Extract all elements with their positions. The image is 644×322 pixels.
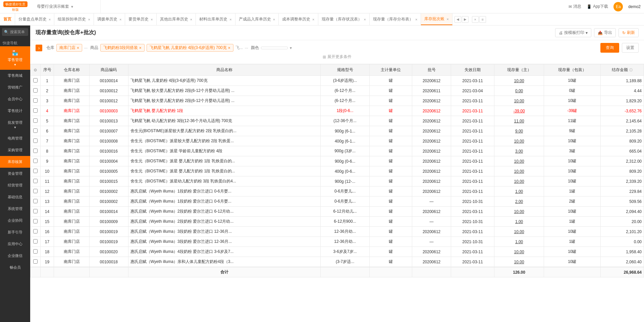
row-checkbox[interactable] <box>33 179 38 183</box>
close-icon[interactable]: × <box>88 17 90 21</box>
close-icon[interactable]: × <box>119 17 121 21</box>
cell-checkbox[interactable] <box>31 197 41 207</box>
nav-menu-btn[interactable]: ≡ <box>479 16 486 23</box>
tab-split-count[interactable]: 分量盘点单历史 × <box>15 13 54 25</box>
export-btn[interactable]: 📤 导出 <box>594 28 616 37</box>
cell-stock-main[interactable]: 10.00 <box>494 136 544 146</box>
tab-inventory-dist[interactable]: 现存量（库存分布表） × <box>370 13 421 25</box>
cell-checkbox[interactable] <box>31 176 41 186</box>
cell-checkbox[interactable] <box>31 136 41 146</box>
tab-home[interactable]: 首页 <box>0 13 15 25</box>
enterprise-select[interactable]: 母婴行业演示账套 ▾ <box>34 0 101 13</box>
sidebar-item-system[interactable]: 系统管理 <box>0 203 30 215</box>
row-checkbox[interactable] <box>33 88 38 93</box>
row-checkbox[interactable] <box>33 128 38 133</box>
cell-stock-main[interactable]: 10.00 <box>494 96 544 106</box>
sidebar-item-member-card[interactable]: 畅会员 <box>0 262 30 273</box>
cell-stock-main[interactable]: 10.00 <box>494 176 544 186</box>
cell-checkbox[interactable] <box>31 207 41 217</box>
row-checkbox[interactable] <box>33 259 38 264</box>
expand-more-btn[interactable]: ⊞ 展开更多条件 <box>323 54 352 60</box>
sidebar-item-inventory[interactable]: 库存核算 <box>0 156 30 168</box>
cell-checkbox[interactable] <box>31 146 41 156</box>
cell-checkbox[interactable] <box>31 116 41 126</box>
sidebar-item-enterprise-wechat[interactable]: 企业微信 <box>0 250 30 262</box>
app-download-btn[interactable]: 📱 App下载 <box>587 4 608 9</box>
sidebar-item-retail-mgmt[interactable]: 🏪 零售管理 ▼ <box>0 46 30 70</box>
row-checkbox[interactable] <box>33 98 38 103</box>
info-icon[interactable]: ⓘ <box>629 68 633 72</box>
tab-inventory-status[interactable]: 现存量（库存状况表） × <box>318 13 370 25</box>
tab-other-out[interactable]: 其他出库单历史 × <box>157 13 196 25</box>
row-checkbox[interactable] <box>33 159 38 163</box>
color-dropdown-icon[interactable]: ▾ <box>290 46 292 50</box>
cell-checkbox[interactable] <box>31 237 41 247</box>
sidebar-item-retail-stats[interactable]: 零售统计 <box>0 105 30 117</box>
cell-stock-main[interactable]: 10.00 <box>494 207 544 217</box>
warehouse-more-icon[interactable]: ··· <box>84 46 88 50</box>
close-icon[interactable]: × <box>312 17 314 21</box>
product-tag-1-close[interactable]: × <box>139 46 142 50</box>
cell-stock-main[interactable]: 10.00 <box>494 166 544 176</box>
cell-stock-main[interactable]: 0.00 <box>494 86 544 96</box>
cell-checkbox[interactable] <box>31 86 41 96</box>
sidebar-item-basics[interactable]: 基础信息 <box>0 191 30 203</box>
nav-prev-btn[interactable]: ◀ <box>454 16 461 23</box>
tab-material-out[interactable]: 材料出库单历史 × <box>196 13 235 25</box>
cell-stock-main[interactable]: 10.00 <box>494 227 544 237</box>
row-checkbox[interactable] <box>33 199 38 203</box>
cell-checkbox[interactable] <box>31 76 41 86</box>
row-checkbox[interactable] <box>33 189 38 193</box>
row-checkbox[interactable] <box>33 249 38 254</box>
row-checkbox[interactable] <box>33 229 38 233</box>
color-input[interactable] <box>261 47 288 49</box>
close-icon[interactable]: × <box>229 17 231 21</box>
cell-stock-main[interactable]: 2.00 <box>494 197 544 207</box>
product-tag-2-close[interactable]: × <box>228 46 230 50</box>
refresh-btn[interactable]: ↻ 刷新 <box>619 28 639 37</box>
cell-checkbox[interactable] <box>31 156 41 166</box>
sidebar-item-marketing[interactable]: 营销推广 <box>0 82 30 93</box>
message-btn[interactable]: ✉ 消息 <box>569 4 581 9</box>
row-checkbox[interactable] <box>33 149 38 153</box>
cell-checkbox[interactable] <box>31 257 41 267</box>
row-checkbox[interactable] <box>33 209 38 213</box>
cell-checkbox[interactable] <box>31 247 41 257</box>
cell-stock-main[interactable]: 10.00 <box>494 76 544 86</box>
cell-stock-main[interactable]: 10.00 <box>494 257 544 267</box>
tab-order[interactable]: 要货单历史 × <box>125 13 156 25</box>
sidebar-item-enterprise-collab[interactable]: 企业协同 <box>0 215 30 226</box>
sidebar-item-retail-shop[interactable]: 零售商城 <box>0 70 30 82</box>
tab-cost-adjust[interactable]: 成本调整单历史 × <box>279 13 318 25</box>
row-checkbox[interactable] <box>33 78 38 83</box>
row-checkbox[interactable] <box>33 169 38 173</box>
cell-checkbox[interactable] <box>31 166 41 176</box>
settings-col-icon[interactable]: ⚙ <box>34 68 37 72</box>
tab-mix[interactable]: 调拨单历史 × <box>94 13 125 25</box>
cell-stock-main[interactable]: 11.00 <box>494 116 544 126</box>
cell-stock-main[interactable]: 1.00 <box>494 186 544 197</box>
cell-stock-main[interactable]: -39.00 <box>494 106 544 116</box>
tab-batch-ledger[interactable]: 库存批次账 × <box>421 13 452 25</box>
close-icon[interactable]: × <box>415 17 417 21</box>
close-icon[interactable]: × <box>151 17 153 21</box>
row-checkbox[interactable] <box>33 239 38 244</box>
close-icon[interactable]: × <box>364 17 366 21</box>
settings-btn[interactable]: 设置 <box>622 43 639 53</box>
query-btn[interactable]: 查询 <box>600 43 619 53</box>
row-checkbox[interactable] <box>33 108 38 113</box>
product-more[interactable]: 飞... <box>235 45 243 51</box>
cell-stock-main[interactable]: 1.00 <box>494 217 544 227</box>
cell-stock-main[interactable]: 1.00 <box>494 237 544 247</box>
tab-product-in[interactable]: 产成品入库单历史 × <box>235 13 279 25</box>
cell-checkbox[interactable] <box>31 126 41 136</box>
product-ellipsis[interactable]: ··· <box>245 46 248 50</box>
row-checkbox[interactable] <box>33 219 38 223</box>
sidebar-item-new-guide[interactable]: 新手引导 <box>0 226 30 238</box>
cell-stock-main[interactable]: 10.00 <box>494 156 544 166</box>
close-icon[interactable]: × <box>49 17 51 21</box>
cell-checkbox[interactable] <box>31 106 41 116</box>
sidebar-item-app-center[interactable]: 应用中心 <box>0 238 30 250</box>
tab-dismantle[interactable]: 组装拆卸单历史 × <box>54 13 94 25</box>
sidebar-item-wholesale[interactable]: 批发管理 ▼ <box>0 117 30 132</box>
